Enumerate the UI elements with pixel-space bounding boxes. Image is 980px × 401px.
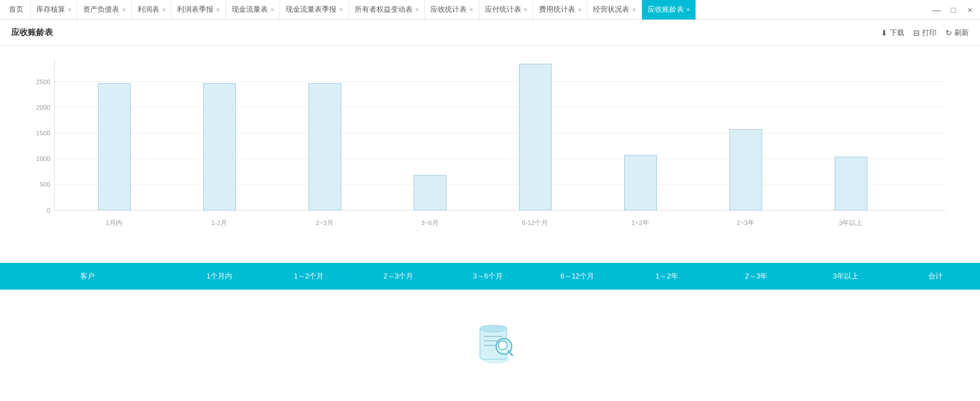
tab-home[interactable]: 首页 [2, 0, 31, 20]
tab-label-cashflow-quarterly: 现金流量表季报 [286, 5, 336, 14]
page-header: 应收账龄表 ⬇ 下载 ⊟ 打印 ↻ 刷新 [0, 20, 980, 46]
tab-close-ap-stats[interactable]: × [524, 7, 527, 13]
tab-cashflow[interactable]: 现金流量表× [226, 0, 280, 20]
svg-rect-25 [625, 155, 657, 211]
tab-label-cashflow: 现金流量表 [232, 5, 268, 14]
tab-close-balance-sheet[interactable]: × [122, 7, 125, 13]
empty-state [0, 290, 980, 368]
tab-close-cashflow-quarterly[interactable]: × [339, 7, 342, 13]
tab-label-balance-sheet: 资产负债表 [83, 5, 119, 14]
tab-inventory[interactable]: 库存核算× [31, 0, 77, 20]
print-label: 打印 [922, 28, 937, 38]
chart-container: 0 500 1000 1500 2000 2500 1月内 [22, 57, 958, 235]
header-actions: ⬇ 下载 ⊟ 打印 ↻ 刷新 [881, 28, 969, 38]
tab-label-operations: 经营状况表 [593, 5, 629, 14]
window-minimize-button[interactable]: — [929, 2, 944, 18]
main-content: 0 500 1000 1500 2000 2500 1月内 [0, 46, 980, 401]
tab-profit[interactable]: 利润表× [132, 0, 171, 20]
download-icon: ⬇ [881, 28, 888, 37]
tab-label-ap-stats: 应付统计表 [485, 5, 521, 14]
svg-text:1月内: 1月内 [106, 219, 122, 226]
tab-ar-aging[interactable]: 应收账龄表× [642, 0, 696, 20]
print-button[interactable]: ⊟ 打印 [913, 28, 937, 38]
empty-icon [468, 312, 512, 356]
refresh-button[interactable]: ↻ 刷新 [945, 28, 969, 38]
th-1to2m: 1～2个月 [264, 271, 354, 281]
refresh-label: 刷新 [954, 28, 969, 38]
tab-label-inventory: 库存核算 [36, 5, 65, 14]
th-within1m: 1个月内 [174, 271, 264, 281]
bar-chart: 0 500 1000 1500 2000 2500 1月内 [22, 57, 958, 235]
tab-close-operations[interactable]: × [632, 7, 635, 13]
svg-rect-17 [204, 84, 236, 211]
tab-cashflow-quarterly[interactable]: 现金流量表季报× [280, 0, 349, 20]
svg-rect-19 [309, 84, 341, 211]
window-maximize-button[interactable]: □ [945, 2, 961, 18]
th-customer: 客户 [0, 271, 174, 281]
tab-ar-stats[interactable]: 应收统计表× [425, 0, 479, 20]
th-over3y: 3年以上 [801, 271, 891, 281]
th-6to12m: 6～12个月 [532, 271, 622, 281]
download-button[interactable]: ⬇ 下载 [881, 28, 904, 38]
svg-text:0: 0 [47, 207, 50, 214]
tab-label-equity: 所有者权益变动表 [355, 5, 413, 14]
svg-text:3年以上: 3年以上 [839, 219, 863, 226]
tab-label-ar-stats: 应收统计表 [430, 5, 467, 14]
tab-close-profit[interactable]: × [162, 7, 165, 13]
th-1to2y: 1～2年 [622, 271, 712, 281]
refresh-icon: ↻ [945, 28, 952, 37]
tab-close-cashflow[interactable]: × [271, 7, 274, 13]
download-label: 下载 [890, 28, 904, 38]
tab-close-expense-stats[interactable]: × [578, 7, 581, 13]
svg-text:2000: 2000 [36, 104, 51, 111]
tab-profit-quarterly[interactable]: 利润表季报× [171, 0, 226, 20]
svg-text:1-2月: 1-2月 [212, 219, 228, 226]
svg-text:1000: 1000 [36, 155, 51, 162]
tab-bar: 首页 库存核算×资产负债表×利润表×利润表季报×现金流量表×现金流量表季报×所有… [0, 0, 980, 20]
svg-text:3~6月: 3~6月 [421, 219, 439, 226]
tab-expense-stats[interactable]: 费用统计表× [533, 0, 587, 20]
svg-rect-29 [835, 157, 868, 211]
svg-rect-15 [99, 84, 131, 211]
tab-home-label: 首页 [9, 5, 23, 14]
svg-text:1500: 1500 [36, 130, 51, 136]
tab-ap-stats[interactable]: 应付统计表× [479, 0, 533, 20]
svg-rect-23 [520, 64, 552, 211]
window-close-button[interactable]: × [962, 2, 978, 18]
th-2to3m: 2～3个月 [354, 271, 443, 281]
window-controls: — □ × [929, 2, 978, 18]
tab-balance-sheet[interactable]: 资产负债表× [77, 0, 131, 20]
svg-text:1~2年: 1~2年 [631, 219, 649, 226]
svg-rect-27 [730, 130, 762, 211]
svg-text:500: 500 [40, 182, 50, 188]
tab-close-ar-aging[interactable]: × [687, 7, 690, 13]
svg-text:2~3年: 2~3年 [737, 219, 754, 226]
chart-area: 0 500 1000 1500 2000 2500 1月内 [0, 46, 980, 263]
th-3to6m: 3～6个月 [443, 271, 533, 281]
svg-text:6-12个月: 6-12个月 [522, 219, 548, 226]
tab-label-ar-aging: 应收账龄表 [648, 5, 684, 14]
tab-equity[interactable]: 所有者权益变动表× [349, 0, 425, 20]
tab-close-inventory[interactable]: × [68, 7, 71, 13]
th-total: 合计 [890, 271, 980, 281]
tab-label-profit-quarterly: 利润表季报 [177, 5, 213, 14]
svg-text:2500: 2500 [36, 79, 51, 85]
svg-rect-21 [414, 175, 447, 211]
th-2to3y: 2～3年 [712, 271, 801, 281]
svg-point-33 [480, 325, 507, 332]
print-icon: ⊟ [913, 28, 920, 37]
table-header: 客户1个月内1～2个月2～3个月3～6个月6～12个月1～2年2～3年3年以上合… [0, 263, 980, 290]
tab-label-profit: 利润表 [138, 5, 159, 14]
page-title: 应收账龄表 [11, 27, 53, 38]
tab-label-expense-stats: 费用统计表 [539, 5, 575, 14]
tab-operations[interactable]: 经营状况表× [587, 0, 641, 20]
tab-close-profit-quarterly[interactable]: × [216, 7, 219, 13]
svg-point-38 [498, 341, 507, 350]
svg-text:2~3月: 2~3月 [316, 219, 334, 226]
tab-close-equity[interactable]: × [415, 7, 419, 13]
tab-close-ar-stats[interactable]: × [469, 7, 473, 13]
